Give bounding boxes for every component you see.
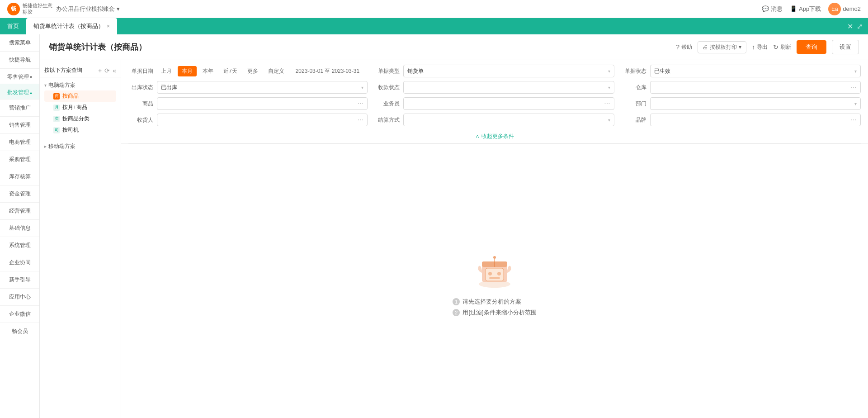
sidebar-item-ecommerce[interactable]: 电商管理 [0, 134, 39, 151]
doc-status-field: 单据状态 已生效 ▾ [622, 65, 861, 77]
date-btn-more[interactable]: 更多 [243, 66, 262, 76]
dots-icon: ··· [358, 100, 363, 107]
logo-text: 畅捷信好生意 标胶 [23, 3, 52, 14]
doc-type-field: 单据类型 销货单 ▾ [375, 65, 614, 77]
dots-icon: ··· [604, 100, 610, 107]
message-icon: 💬 [762, 5, 769, 12]
sidebar: 搜索菜单 快捷导航 零售管理 ▾ 批发管理 ▴ 营销推广 销售管理 电商管理 采… [0, 34, 40, 418]
sidebar-item-system[interactable]: 系统管理 [0, 237, 39, 254]
chevron-down-icon: ▾ [608, 118, 610, 123]
category-icon: 类 [53, 116, 60, 122]
close-window-icon[interactable]: ✕ [847, 22, 853, 31]
filter-row-1: 单据日期 上月 本月 本年 近7天 更多 自定义 2023-03-01 至 20… [128, 65, 861, 77]
chevron-down-icon: ▾ [361, 85, 363, 90]
right-panel: 单据日期 上月 本月 本年 近7天 更多 自定义 2023-03-01 至 20… [121, 60, 868, 418]
logo-icon: 畅 [7, 3, 20, 15]
warehouse-field: 仓库 ··· [622, 81, 861, 94]
filter-row-2: 出库状态 已出库 ▾ 收款状态 ▾ [128, 81, 861, 94]
date-btn-7-days[interactable]: 近7天 [219, 66, 241, 76]
sidebar-item-basic-info[interactable]: 基础信息 [0, 220, 39, 237]
message-action[interactable]: 💬 消息 [762, 5, 783, 13]
recipient-field: 收货人 ··· [128, 114, 368, 126]
driver-icon: 司 [53, 127, 60, 133]
sidebar-item-wholesale[interactable]: 批发管理 ▴ [0, 84, 39, 100]
settings-button[interactable]: 设置 [832, 40, 859, 54]
dept-select[interactable]: ▾ [650, 97, 861, 110]
refresh-button[interactable]: ↻ 刷新 [773, 43, 791, 51]
receipt-status-select[interactable]: ▾ [403, 81, 614, 94]
app-download-action[interactable]: 📱 App下载 [790, 5, 821, 13]
collapse-bar[interactable]: ∧ 收起更多条件 [128, 130, 861, 143]
date-btn-this-month[interactable]: 本月 [178, 66, 197, 76]
sidebar-item-search[interactable]: 搜索菜单 [0, 34, 39, 52]
sidebar-item-guide[interactable]: 新手引导 [0, 271, 39, 289]
doc-type-select[interactable]: 销货单 ▾ [403, 65, 614, 77]
sidebar-item-marketing[interactable]: 营销推广 [0, 100, 39, 117]
sidebar-item-enterprise[interactable]: 企业协同 [0, 254, 39, 271]
scheme-item-by-driver[interactable]: 司 按司机 [44, 124, 116, 136]
date-btn-custom[interactable]: 自定义 [264, 66, 288, 76]
sidebar-item-app-center[interactable]: 应用中心 [0, 289, 39, 306]
dots-icon: ··· [358, 116, 363, 124]
query-button[interactable]: 查询 [797, 40, 826, 54]
sidebar-item-wechat[interactable]: 企业微信 [0, 306, 39, 323]
collapse-scheme-icon[interactable]: « [113, 67, 116, 74]
content-area: 销货单统计计表（按商品） ? 帮助 🖨 按模板打印 ▾ ↑ 导出 [40, 34, 868, 418]
page-actions: ? 帮助 🖨 按模板打印 ▾ ↑ 导出 ↻ 刷新 [676, 40, 859, 54]
sidebar-item-purchase[interactable]: 采购管理 [0, 151, 39, 168]
brand-input[interactable]: ··· [650, 114, 861, 126]
tab-sales-report[interactable]: 销货单统计计表（按商品） × [26, 18, 117, 34]
template-print-button[interactable]: 🖨 按模板打印 ▾ [698, 41, 746, 53]
desktop-group-header[interactable]: ▾ 电脑端方案 [44, 80, 116, 90]
out-status-select[interactable]: 已出库 ▾ [157, 81, 368, 94]
sidebar-item-finance[interactable]: 资金管理 [0, 185, 39, 203]
warehouse-input[interactable]: ··· [650, 81, 861, 94]
salesman-input[interactable]: ··· [403, 97, 614, 110]
svg-point-6 [497, 272, 501, 276]
download-icon: 📱 [790, 5, 797, 12]
dots-icon: ··· [851, 84, 857, 91]
empty-svg [472, 246, 517, 291]
filter-row-3: 商品 ··· 业务员 ··· [128, 97, 861, 110]
doc-status-select[interactable]: 已生效 ▾ [650, 65, 861, 77]
date-btn-this-year[interactable]: 本年 [198, 66, 217, 76]
sidebar-item-operations[interactable]: 经营管理 [0, 203, 39, 220]
print-icon: 🖨 [703, 44, 708, 50]
close-icon[interactable]: × [107, 23, 110, 29]
scheme-item-by-month-product[interactable]: 月 按月+商品 [44, 102, 116, 113]
mobile-group-header[interactable]: ▸ 移动端方案 [44, 141, 116, 152]
mobile-group: ▸ 移动端方案 [40, 138, 121, 154]
scheme-item-by-product[interactable]: 商 按商品 [44, 90, 116, 102]
out-status-field: 出库状态 已出库 ▾ [128, 81, 368, 94]
empty-state: 1 请先选择要分析的方案 2 用[过滤]条件来缩小分析范围 [121, 144, 868, 418]
product-icon: 商 [53, 93, 60, 100]
sidebar-item-inventory[interactable]: 库存核算 [0, 168, 39, 185]
date-btn-last-month[interactable]: 上月 [157, 66, 176, 76]
empty-illustration [472, 246, 517, 292]
sidebar-item-quick-nav[interactable]: 快捷导航 [0, 52, 39, 69]
chevron-down-icon: ▾ [854, 69, 857, 74]
sidebar-item-sales[interactable]: 销售管理 [0, 117, 39, 134]
payment-field: 结算方式 ▾ [375, 114, 614, 126]
empty-step-2: 2 用[过滤]条件来缩小分析范围 [453, 309, 536, 317]
date-field: 单据日期 上月 本月 本年 近7天 更多 自定义 2023-03-01 至 20… [128, 66, 368, 76]
main-layout: 搜索菜单 快捷导航 零售管理 ▾ 批发管理 ▴ 营销推广 销售管理 电商管理 采… [0, 34, 868, 418]
payment-select[interactable]: ▾ [403, 114, 614, 126]
tab-home[interactable]: 首页 [0, 18, 26, 34]
brand-field: 品牌 ··· [622, 114, 861, 126]
scheme-item-by-category[interactable]: 类 按商品分类 [44, 113, 116, 124]
export-button[interactable]: ↑ 导出 [752, 43, 768, 51]
sidebar-item-retail[interactable]: 零售管理 ▾ [0, 69, 39, 84]
add-scheme-icon[interactable]: + [98, 67, 102, 74]
help-button[interactable]: ? 帮助 [676, 43, 692, 51]
recipient-input[interactable]: ··· [157, 114, 368, 126]
user-profile[interactable]: Ea demo2 [828, 3, 861, 15]
sidebar-item-member[interactable]: 畅会员 [0, 323, 39, 340]
dept-field: 部门 ▾ [622, 97, 861, 110]
filter-row-4: 收货人 ··· 结算方式 ▾ [128, 114, 861, 126]
product-input[interactable]: ··· [157, 97, 368, 110]
empty-text: 1 请先选择要分析的方案 2 用[过滤]条件来缩小分析范围 [453, 298, 536, 317]
refresh-scheme-icon[interactable]: ⟳ [104, 67, 110, 74]
app-selector[interactable]: 办公用品行业模拟账套 ▾ [56, 5, 120, 13]
maximize-icon[interactable]: ⤢ [857, 22, 863, 31]
